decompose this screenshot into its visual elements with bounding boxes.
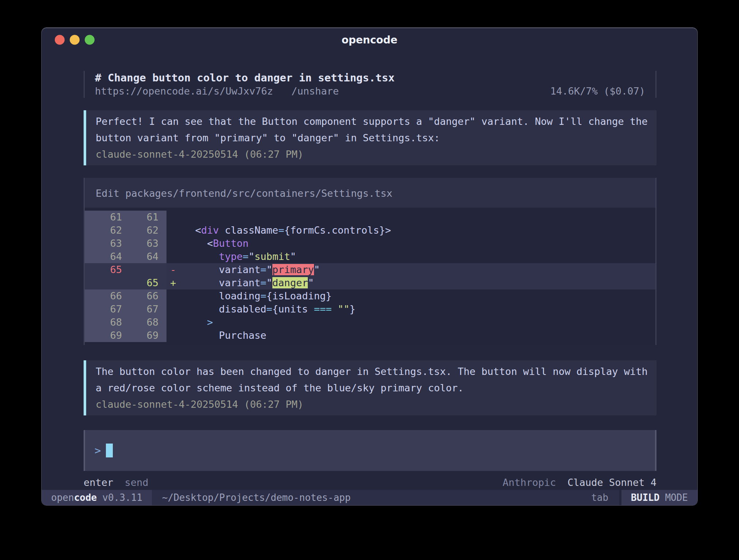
hint-bar: enter send Anthropic Claude Sonnet 4: [84, 475, 656, 490]
code-text: <Button: [183, 237, 655, 250]
edit-tool-panel: Edit packages/frontend/src/containers/Se…: [84, 178, 656, 345]
code-text: <div className={formCs.controls}>: [183, 224, 655, 237]
send-hint: enter send: [84, 475, 149, 490]
provider-name: Anthropic: [503, 477, 556, 488]
share-line: https://opencode.ai/s/UwJxv76z /unshare: [95, 85, 339, 98]
message-text: a red/rose color scheme instead of the b…: [96, 380, 649, 396]
prompt-input[interactable]: >: [84, 430, 656, 471]
brand-code: code: [74, 492, 97, 503]
old-line-number: 65: [85, 263, 130, 276]
diff-sign: +: [166, 276, 183, 289]
old-line-number: 61: [85, 211, 130, 224]
share-url[interactable]: https://opencode.ai/s/UwJxv76z: [95, 85, 273, 97]
model-timestamp: claude-sonnet-4-20250514 (06:27 PM): [96, 146, 649, 162]
code-text: [183, 211, 655, 224]
tab-key-hint: tab: [591, 490, 619, 505]
code-text: variant="primary": [183, 263, 655, 276]
message-text: button variant from "primary" to "danger…: [96, 130, 649, 146]
diff-row: 6363 <Button: [85, 237, 655, 250]
old-line-number: 68: [85, 316, 130, 329]
app-version-segment: opencode v0.3.11: [42, 490, 152, 505]
model-indicator: Anthropic Claude Sonnet 4: [503, 475, 656, 490]
diff-sign: [166, 316, 183, 329]
diff-sign: [166, 289, 183, 303]
mode-segment: BUILD MODE: [621, 490, 697, 505]
traffic-lights: [55, 35, 95, 45]
header-right-border: [655, 71, 656, 98]
old-line-number: 63: [85, 237, 130, 250]
code-text: Purchase: [183, 329, 655, 342]
code-text: type="submit": [183, 250, 655, 263]
diff-rows: 61616262 <div className={formCs.controls…: [85, 208, 655, 345]
text-cursor: [106, 444, 113, 457]
new-line-number: 67: [130, 303, 166, 316]
new-line-number: 62: [130, 224, 166, 237]
assistant-message-2: The button color has been changed to dan…: [84, 360, 656, 415]
diff-row: 65+ variant="danger": [85, 276, 655, 289]
statusbar-spacer: [351, 490, 591, 505]
diff-row: 6262 <div className={formCs.controls}>: [85, 224, 655, 237]
mode-secondary: MODE: [665, 492, 688, 503]
diff-sign: [166, 224, 183, 237]
unshare-command[interactable]: /unshare: [291, 85, 339, 97]
session-header: # Change button color to danger in setti…: [84, 71, 656, 98]
opencode-window: opencode # Change button color to danger…: [41, 27, 698, 506]
minimize-button[interactable]: [70, 35, 80, 45]
diff-row: 6161: [85, 211, 655, 224]
old-line-number: 67: [85, 303, 130, 316]
code-text: loading={isLoading}: [183, 289, 655, 303]
diff-sign: -: [166, 263, 183, 276]
diff-row: 65- variant="primary": [85, 263, 655, 276]
close-button[interactable]: [55, 35, 65, 45]
new-line-number: 66: [130, 289, 166, 303]
diff-row: 6868 >: [85, 316, 655, 329]
diff-sign: [166, 237, 183, 250]
diff-sign: [166, 211, 183, 224]
new-line-number: 69: [130, 329, 166, 342]
diff-row: 6969 Purchase: [85, 329, 655, 342]
old-line-number: 66: [85, 289, 130, 303]
new-line-number: 61: [130, 211, 166, 224]
message-text: The button color has been changed to dan…: [96, 363, 649, 380]
old-line-number: 69: [85, 329, 130, 342]
prompt-symbol: >: [95, 444, 101, 457]
code-text: variant="danger": [183, 276, 655, 289]
code-text: >: [183, 316, 655, 329]
status-bar: opencode v0.3.11 ~/Desktop/Projects/demo…: [42, 490, 697, 505]
edit-tool-title: Edit packages/frontend/src/containers/Se…: [85, 178, 655, 208]
window-title: opencode: [341, 34, 397, 46]
window-titlebar: opencode: [42, 28, 697, 52]
message-text: Perfect! I can see that the Button compo…: [96, 113, 649, 130]
brand-open: open: [51, 492, 74, 503]
code-text: disabled={units === ""}: [183, 303, 655, 316]
new-line-number: 64: [130, 250, 166, 263]
diff-row: 6767 disabled={units === ""}: [85, 303, 655, 316]
old-line-number: [85, 276, 130, 289]
model-name: Claude Sonnet 4: [567, 477, 656, 488]
new-line-number: 68: [130, 316, 166, 329]
version-label: v0.3.11: [102, 492, 142, 503]
new-line-number: [130, 263, 166, 276]
main-content: # Change button color to danger in setti…: [42, 52, 697, 490]
new-line-number: 63: [130, 237, 166, 250]
hint-key: enter: [84, 477, 113, 488]
diff-sign: [166, 250, 183, 263]
old-line-number: 62: [85, 224, 130, 237]
diff-sign: [166, 303, 183, 316]
maximize-button[interactable]: [85, 35, 95, 45]
model-timestamp: claude-sonnet-4-20250514 (06:27 PM): [96, 396, 649, 413]
token-usage: 14.6K/7% ($0.07): [550, 85, 645, 98]
assistant-message-1: Perfect! I can see that the Button compo…: [84, 110, 656, 165]
diff-row: 6666 loading={isLoading}: [85, 289, 655, 303]
diff-sign: [166, 329, 183, 342]
old-line-number: 64: [85, 250, 130, 263]
working-directory: ~/Desktop/Projects/demo-notes-app: [162, 490, 351, 505]
hint-action: send: [125, 477, 149, 488]
new-line-number: 65: [130, 276, 166, 289]
mode-primary: BUILD: [631, 492, 659, 503]
diff-row: 6464 type="submit": [85, 250, 655, 263]
session-title: # Change button color to danger in setti…: [95, 71, 645, 85]
